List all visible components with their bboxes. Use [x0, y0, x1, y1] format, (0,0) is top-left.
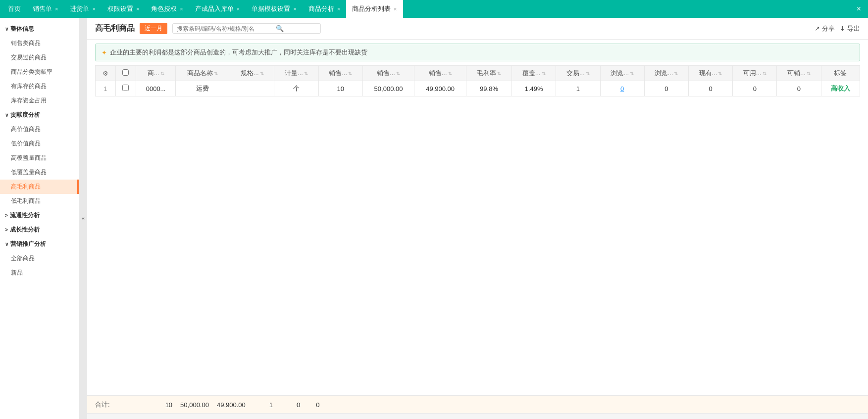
- row-num: 1: [96, 81, 116, 96]
- row-code: 0000...: [136, 81, 175, 96]
- sidebar-item-goods-contribution[interactable]: 商品分类贡献率: [0, 65, 79, 79]
- sidebar-group-overall[interactable]: ∨整体信息: [0, 22, 79, 36]
- sidebar-group-growth[interactable]: >成长性分析: [0, 223, 79, 237]
- row-sales-cost: 49,900.00: [414, 81, 466, 96]
- row-margin: 99.8%: [466, 81, 511, 96]
- row-sales-amt: 50,000.00: [362, 81, 414, 96]
- col-header-spec[interactable]: 规格...⇅: [230, 66, 274, 81]
- col-header-coverage[interactable]: 覆盖...⇅: [512, 66, 556, 81]
- main-area: ∨整体信息销售类商品交易过的商品商品分类贡献率有库存的商品库存资金占用∨贡献度分…: [0, 18, 868, 419]
- row-spec: [230, 81, 274, 96]
- col-header-salesQty[interactable]: 销售...⇅: [318, 66, 362, 81]
- nav-item-进货单[interactable]: 进货单×: [64, 0, 101, 18]
- row-browse1[interactable]: 0: [600, 81, 644, 96]
- col-header-sellable[interactable]: 可销...⇅: [777, 66, 821, 81]
- col-header-code[interactable]: 商...⇅: [136, 66, 175, 81]
- nav-close-icon[interactable]: ×: [237, 6, 240, 12]
- table-header: ⚙商...⇅商品名称⇅规格...⇅计量...⇅销售...⇅销售...⇅销售...…: [96, 66, 860, 81]
- sidebar-wrapper: ∨整体信息销售类商品交易过的商品商品分类贡献率有库存的商品库存资金占用∨贡献度分…: [0, 18, 87, 419]
- nav-item-首页[interactable]: 首页: [2, 0, 27, 18]
- info-banner-text: 企业的主要的利润都是这部分商品创造的，可考虑加大推广，同时关注库存是不要出现缺货: [110, 48, 367, 57]
- footer-cell: [250, 401, 257, 409]
- sidebar-item-high-freq[interactable]: 高覆盖量商品: [0, 151, 79, 165]
- export-button[interactable]: ⬇ 导出: [840, 24, 860, 33]
- col-header-unit[interactable]: 计量...⇅: [274, 66, 318, 81]
- row-available1: 0: [688, 81, 732, 96]
- table-wrapper[interactable]: ⚙商...⇅商品名称⇅规格...⇅计量...⇅销售...⇅销售...⇅销售...…: [87, 65, 868, 395]
- share-button[interactable]: ↗ 分享: [815, 24, 835, 33]
- col-header-salesAmt[interactable]: 销售...⇅: [362, 66, 414, 81]
- close-all-button[interactable]: ×: [852, 4, 866, 13]
- sidebar-item-high-margin[interactable]: 高毛利商品: [0, 180, 79, 194]
- nav-item-销售单[interactable]: 销售单×: [27, 0, 64, 18]
- group-arrow-icon: ∨: [5, 241, 8, 247]
- sidebar-collapse-button[interactable]: «: [79, 18, 87, 419]
- nav-item-商品分析列表[interactable]: 商品分析列表×: [346, 0, 403, 18]
- sidebar-group-flow[interactable]: >流通性分析: [0, 208, 79, 223]
- sidebar-item-low-value[interactable]: 低价值商品: [0, 137, 79, 151]
- nav-item-单据模板设置[interactable]: 单据模板设置×: [246, 0, 302, 18]
- search-input[interactable]: [177, 25, 276, 32]
- col-header-margin[interactable]: 毛利率⇅: [466, 66, 511, 81]
- nav-close-icon[interactable]: ×: [394, 6, 397, 12]
- content-header: 高毛利商品 近一月 🔍 ↗ 分享 ⬇ 导出: [87, 18, 868, 40]
- footer-cell: 0: [312, 401, 323, 409]
- nav-close-icon[interactable]: ×: [92, 6, 95, 12]
- row-browse2: 0: [644, 81, 688, 96]
- col-header-salesCost[interactable]: 销售...⇅: [414, 66, 466, 81]
- nav-close-icon[interactable]: ×: [337, 6, 340, 12]
- nav-item-产成品入库单[interactable]: 产成品入库单×: [189, 0, 246, 18]
- sidebar-group-wealth[interactable]: ∨贡献度分析: [0, 108, 79, 122]
- nav-item-角色授权[interactable]: 角色授权×: [145, 0, 189, 18]
- sidebar-item-low-freq[interactable]: 低覆盖量商品: [0, 165, 79, 180]
- sidebar-item-sales-goods[interactable]: 销售类商品: [0, 36, 79, 50]
- sidebar-item-new-goods[interactable]: 新品: [0, 266, 79, 280]
- footer-cell: [153, 401, 161, 409]
- footer-cell: [257, 401, 265, 409]
- col-header-name[interactable]: 商品名称⇅: [175, 66, 230, 81]
- row-checkbox[interactable]: [115, 81, 136, 96]
- sidebar-item-inventory-goods[interactable]: 有库存的商品: [0, 79, 79, 93]
- col-header-available1[interactable]: 现有...⇅: [688, 66, 732, 81]
- share-icon: ↗: [815, 25, 820, 32]
- nav-close-icon[interactable]: ×: [293, 6, 296, 12]
- footer-values: 1050,000.0049,900.00100: [114, 401, 860, 409]
- table-settings-icon[interactable]: ⚙: [102, 70, 108, 77]
- page-title: 高毛利商品: [95, 23, 135, 34]
- nav-item-商品分析[interactable]: 商品分析×: [303, 0, 346, 18]
- col-header-transactions[interactable]: 交易...⇅: [556, 66, 600, 81]
- row-unit: 个: [274, 81, 318, 96]
- row-coverage: 1.49%: [512, 81, 556, 96]
- footer-cell: 1: [265, 401, 277, 409]
- row-sales-qty: 10: [318, 81, 362, 96]
- sidebar-item-inventory-occupation[interactable]: 库存资金占用: [0, 93, 79, 108]
- export-icon: ⬇: [840, 25, 845, 32]
- nav-close-icon[interactable]: ×: [136, 6, 139, 12]
- col-header-browseCount2[interactable]: 浏览...⇅: [644, 66, 688, 81]
- footer-cell: 50,000.00: [176, 401, 213, 409]
- filter-period-button[interactable]: 近一月: [140, 23, 167, 34]
- footer-cell: [122, 401, 130, 409]
- select-all-checkbox[interactable]: [122, 69, 129, 76]
- sidebar-item-low-margin[interactable]: 低毛利商品: [0, 194, 79, 208]
- row-available2: 0: [733, 81, 777, 96]
- info-icon: ✦: [102, 49, 107, 56]
- group-arrow-icon: >: [5, 213, 8, 218]
- footer-cell: 49,900.00: [213, 401, 250, 409]
- search-icon[interactable]: 🔍: [276, 25, 284, 32]
- sidebar-item-all-goods[interactable]: 全部商品: [0, 251, 79, 266]
- header-actions: ↗ 分享 ⬇ 导出: [815, 24, 860, 33]
- footer-cell: 10: [161, 401, 176, 409]
- table-row: 10000...运费个1050,000.0049,900.0099.8%1.49…: [96, 81, 860, 96]
- horizontal-scrollbar[interactable]: [87, 413, 868, 419]
- col-header-settings: ⚙: [96, 66, 116, 81]
- group-arrow-icon: ∨: [5, 26, 8, 32]
- sidebar-item-high-value[interactable]: 高价值商品: [0, 122, 79, 137]
- nav-item-权限设置[interactable]: 权限设置×: [102, 0, 145, 18]
- sidebar-group-marketing[interactable]: ∨营销推广分析: [0, 237, 79, 251]
- nav-close-icon[interactable]: ×: [55, 6, 58, 12]
- sidebar-item-traded-goods[interactable]: 交易过的商品: [0, 50, 79, 65]
- col-header-available2[interactable]: 可用...⇅: [733, 66, 777, 81]
- nav-close-icon[interactable]: ×: [180, 6, 183, 12]
- col-header-browseCount1[interactable]: 浏览...⇅: [600, 66, 644, 81]
